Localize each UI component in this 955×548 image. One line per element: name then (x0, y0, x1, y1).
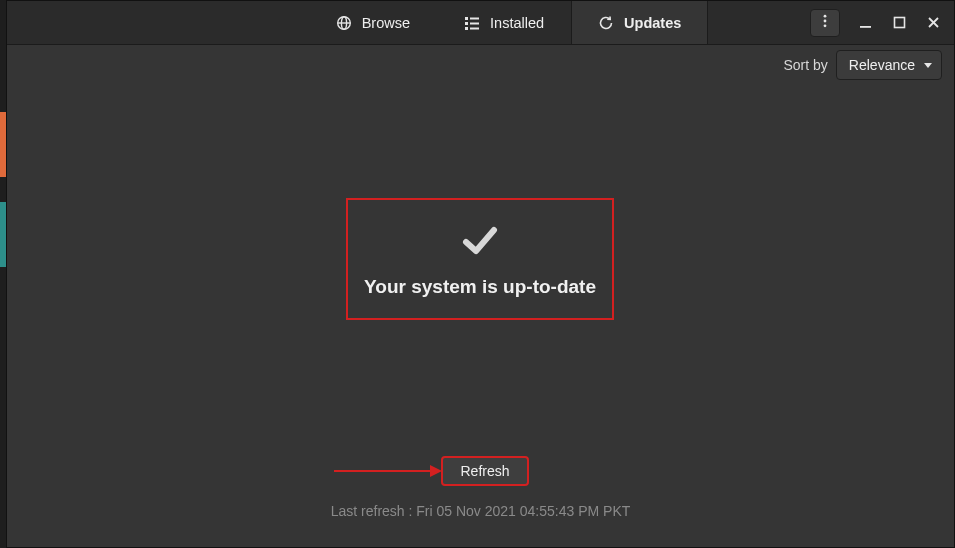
close-icon (927, 16, 940, 29)
checkmark-icon (460, 220, 500, 260)
svg-point-11 (824, 24, 827, 27)
kebab-icon (818, 14, 832, 32)
refresh-icon (598, 15, 614, 31)
tab-installed-label: Installed (490, 15, 544, 31)
svg-point-9 (824, 14, 827, 17)
tab-browse-label: Browse (362, 15, 410, 31)
svg-rect-5 (465, 22, 468, 25)
list-icon (464, 15, 480, 31)
status-box-annotation: Your system is up-to-date (346, 198, 614, 320)
minimize-button[interactable] (850, 9, 880, 37)
svg-rect-6 (470, 22, 479, 24)
sort-dropdown[interactable]: Relevance (836, 50, 942, 80)
maximize-button[interactable] (884, 9, 914, 37)
last-refresh-text: Last refresh : Fri 05 Nov 2021 04:55:43 … (7, 503, 954, 519)
tab-updates-label: Updates (624, 15, 681, 31)
svg-rect-13 (894, 18, 904, 28)
svg-marker-16 (924, 63, 932, 68)
svg-rect-4 (470, 17, 479, 19)
svg-rect-3 (465, 17, 468, 20)
refresh-button-label: Refresh (460, 463, 509, 479)
software-manager-window: Browse Installed (6, 0, 955, 548)
header-bar: Browse Installed (7, 1, 954, 45)
svg-rect-12 (860, 26, 871, 28)
tab-updates[interactable]: Updates (571, 1, 708, 44)
svg-rect-8 (470, 27, 479, 29)
header-left-spacer (7, 1, 207, 44)
status-message: Your system is up-to-date (364, 276, 596, 298)
maximize-icon (893, 16, 906, 29)
annotation-arrow (334, 463, 442, 479)
tab-installed[interactable]: Installed (437, 1, 571, 44)
sort-bar: Sort by Relevance (7, 45, 954, 85)
close-button[interactable] (918, 9, 948, 37)
window-controls (810, 1, 954, 44)
minimize-icon (859, 16, 872, 29)
sort-selected: Relevance (849, 57, 915, 73)
sort-label: Sort by (783, 57, 827, 73)
hamburger-menu-button[interactable] (810, 9, 840, 37)
content-area: Your system is up-to-date Refresh Last r… (7, 85, 954, 547)
chevron-down-icon (923, 57, 933, 73)
globe-icon (336, 15, 352, 31)
tab-browse[interactable]: Browse (309, 1, 437, 44)
refresh-button[interactable]: Refresh (441, 456, 529, 486)
svg-point-10 (824, 19, 827, 22)
tab-group: Browse Installed (309, 1, 709, 44)
svg-rect-7 (465, 27, 468, 30)
